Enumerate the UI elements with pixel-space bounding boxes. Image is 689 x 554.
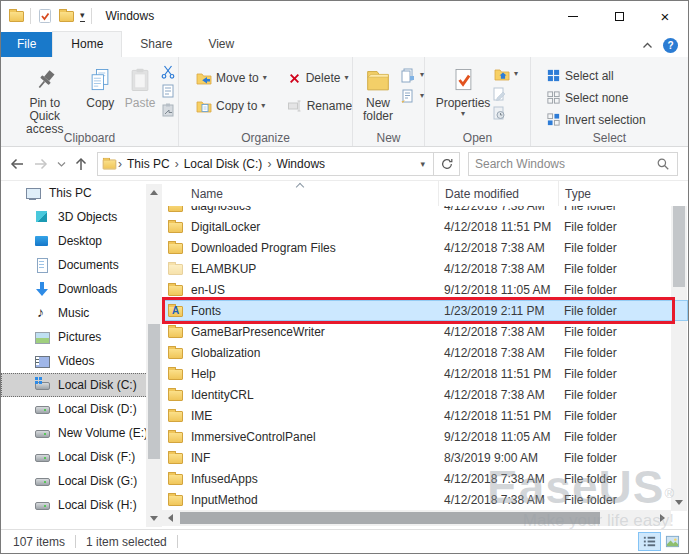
table-row[interactable]: ELAMBKUP 4/12/2018 7:38 AM File folder (162, 258, 688, 279)
details-view-button[interactable] (638, 532, 661, 551)
sidebar-item-icon (34, 209, 50, 225)
delete-icon (287, 71, 302, 86)
sidebar-item[interactable]: Desktop (1, 229, 162, 253)
easy-access-button[interactable]: ▾ (397, 87, 427, 105)
sidebar-item[interactable]: This PC (1, 181, 162, 205)
sidebar-item-label: Videos (58, 354, 94, 368)
table-row[interactable]: IME 4/12/2018 11:51 PM File folder (162, 405, 688, 426)
maximize-button[interactable] (596, 1, 642, 31)
file-type: File folder (558, 388, 688, 402)
scrollbar-thumb[interactable] (180, 512, 600, 524)
ribbon-group-organize: Move to▾ Delete▾ Copy to▾ Rename Organiz… (179, 57, 353, 146)
history-button[interactable] (491, 105, 521, 121)
sidebar-item[interactable]: Downloads (1, 277, 162, 301)
search-icon[interactable] (649, 157, 677, 171)
address-dropdown-chevron-icon[interactable]: ▾ (414, 159, 431, 169)
sidebar-item[interactable]: Local Disk (H:) (1, 493, 162, 517)
table-row[interactable]: Downloaded Program Files 4/12/2018 7:38 … (162, 237, 688, 258)
column-header-type[interactable]: Type (558, 181, 688, 206)
column-header-name[interactable]: Name (162, 181, 438, 206)
select-all-button[interactable]: Select all (543, 67, 649, 84)
sidebar-item-label: Music (58, 306, 89, 320)
table-row[interactable]: ImmersiveControlPanel 9/12/2018 11:05 AM… (162, 426, 688, 447)
sidebar-item[interactable]: Local Disk (C:) (1, 373, 162, 397)
sidebar-scrollbar[interactable] (146, 184, 162, 527)
scroll-right-icon[interactable] (660, 514, 665, 522)
breadcrumb-local-disk-c[interactable]: Local Disk (C:) (180, 157, 267, 171)
sidebar-item[interactable]: New Volume (E:) (1, 421, 162, 445)
new-item-button[interactable]: ▾ (397, 66, 427, 84)
thumbnail-view-button[interactable] (661, 532, 684, 551)
select-none-button[interactable]: Select none (543, 89, 649, 106)
open-button[interactable]: ▾ (491, 65, 521, 83)
tab-share[interactable]: Share (122, 32, 190, 57)
minimize-button[interactable] (550, 1, 596, 31)
sidebar-item[interactable]: Local Disk (F:) (1, 445, 162, 469)
paste-shortcut-icon[interactable] (160, 102, 176, 118)
file-list-horizontal-scrollbar[interactable] (162, 510, 671, 526)
scroll-up-icon[interactable] (150, 190, 158, 195)
scroll-down-icon[interactable] (150, 516, 158, 521)
copy-to-button[interactable]: Copy to▾ (193, 97, 270, 115)
breadcrumb-windows[interactable]: Windows (272, 157, 329, 171)
sidebar-item[interactable]: 3D Objects (1, 205, 162, 229)
folder-icon (168, 285, 183, 296)
table-row[interactable]: Fonts 1/23/2019 2:11 PM File folder (162, 300, 688, 321)
close-button[interactable]: × (642, 1, 688, 31)
pin-to-quick-access-button[interactable]: Pin to Quick access (9, 61, 81, 138)
table-row[interactable]: DigitalLocker 4/12/2018 11:51 PM File fo… (162, 216, 688, 237)
file-date-modified: 9/12/2018 11:05 AM (438, 430, 558, 444)
customize-qat-chevron-icon[interactable]: ▾ (80, 11, 85, 22)
new-folder-quick-icon[interactable] (59, 11, 74, 22)
scroll-left-icon[interactable] (168, 514, 173, 522)
table-row[interactable]: InputMethod 4/12/2018 7:38 AM File folde… (162, 489, 688, 510)
sidebar-item[interactable]: Music (1, 301, 162, 325)
file-name: INF (191, 451, 210, 465)
help-icon[interactable] (663, 38, 678, 53)
invert-selection-button[interactable]: Invert selection (543, 111, 649, 128)
sidebar-item[interactable]: Documents (1, 253, 162, 277)
move-to-button[interactable]: Move to▾ (193, 69, 270, 87)
items-count: 107 items (13, 535, 65, 549)
sidebar-item-label: Local Disk (C:) (58, 378, 137, 392)
refresh-button[interactable] (434, 152, 460, 176)
tab-file[interactable]: File (1, 32, 52, 57)
forward-button[interactable] (29, 152, 53, 176)
sidebar-item[interactable]: Local Disk (G:) (1, 469, 162, 493)
back-button[interactable] (5, 152, 29, 176)
properties-button[interactable]: Properties ▾ (435, 61, 491, 120)
breadcrumb-this-pc[interactable]: This PC (123, 157, 174, 171)
table-row[interactable]: Help 4/12/2018 11:51 PM File folder (162, 363, 688, 384)
search-input[interactable] (469, 157, 649, 171)
tab-home[interactable]: Home (52, 31, 122, 57)
properties-quick-icon[interactable] (37, 8, 53, 24)
table-row[interactable]: GameBarPresenceWriter 4/12/2018 7:38 AM … (162, 321, 688, 342)
table-row[interactable]: Globalization 4/12/2018 7:38 AM File fol… (162, 342, 688, 363)
paste-button[interactable]: Paste (120, 61, 160, 112)
column-header-date-modified[interactable]: Date modified (438, 181, 558, 206)
table-row[interactable]: InfusedApps 4/12/2018 7:38 AM File folde… (162, 468, 688, 489)
scrollbar-thumb[interactable] (148, 324, 160, 459)
chevron-down-icon: ▾ (420, 92, 424, 100)
sidebar-item[interactable]: Local Disk (D:) (1, 397, 162, 421)
delete-button[interactable]: Delete▾ (284, 69, 355, 87)
copy-button[interactable]: Copy (81, 61, 121, 112)
tab-view[interactable]: View (190, 32, 252, 57)
recent-locations-chevron-icon[interactable] (53, 152, 69, 176)
table-row[interactable]: en-US 9/12/2018 11:05 AM File folder (162, 279, 688, 300)
up-button[interactable] (69, 152, 93, 176)
new-folder-icon (363, 63, 393, 97)
new-folder-button[interactable]: New folder (359, 61, 397, 125)
table-row[interactable]: IdentityCRL 4/12/2018 7:38 AM File folde… (162, 384, 688, 405)
rename-button[interactable]: Rename (284, 97, 355, 115)
cut-icon[interactable] (160, 64, 176, 80)
edit-button[interactable] (491, 86, 521, 102)
table-row[interactable]: INF 8/3/2019 9:00 AM File folder (162, 447, 688, 468)
sidebar-item[interactable]: Pictures (1, 325, 162, 349)
copy-path-icon[interactable] (160, 83, 176, 99)
sidebar-item[interactable]: Videos (1, 349, 162, 373)
file-type: File folder (558, 241, 688, 255)
address-breadcrumb-box[interactable]: › This PC › Local Disk (C:) › Windows ▾ (97, 152, 434, 176)
collapse-ribbon-icon[interactable] (642, 42, 653, 49)
file-date-modified: 4/12/2018 7:38 AM (438, 493, 558, 507)
